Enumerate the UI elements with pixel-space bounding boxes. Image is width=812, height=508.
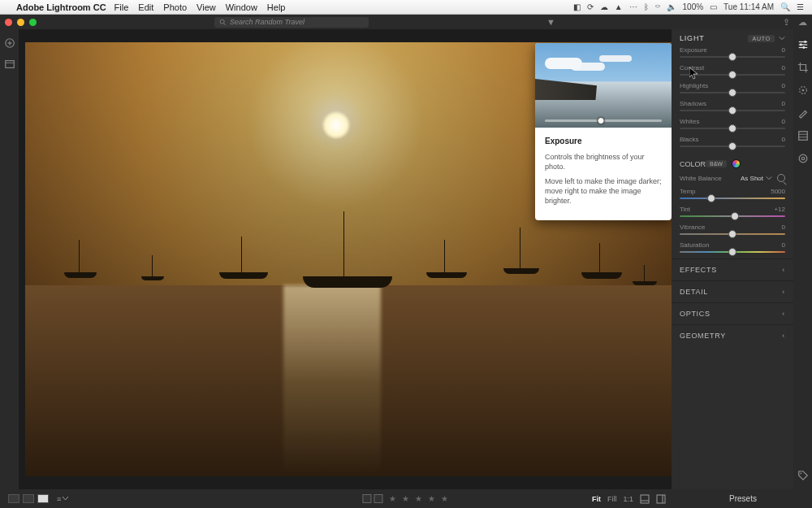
menu-help[interactable]: Help <box>267 2 286 12</box>
highlights-slider[interactable]: Highlights0 <box>672 81 793 99</box>
cloud-sync-icon[interactable]: ☁ <box>798 17 807 28</box>
bluetooth-icon[interactable]: ᛒ <box>644 2 649 11</box>
svg-point-20 <box>800 473 801 475</box>
filmstrip-toggle-icon[interactable] <box>640 494 650 504</box>
presets-button[interactable]: Presets <box>682 494 804 503</box>
menu-edit[interactable]: Edit <box>138 2 153 12</box>
grid-view-button[interactable] <box>8 494 19 503</box>
wb-value[interactable]: As Shot <box>741 175 763 182</box>
tooltip-preview <box>535 43 672 128</box>
exposure-tooltip: Exposure Controls the brightness of your… <box>535 43 672 220</box>
tint-slider[interactable]: Tint+12 <box>672 205 793 223</box>
vibrance-slider[interactable]: Vibrance0 <box>672 223 793 241</box>
blacks-value: 0 <box>782 136 785 143</box>
detail-view-button[interactable] <box>37 494 49 503</box>
flag-pick-button[interactable] <box>362 494 371 503</box>
svg-point-14 <box>801 89 804 92</box>
search-icon <box>219 19 227 26</box>
star-rating[interactable]: ★ ★ ★ ★ ★ <box>389 494 449 503</box>
notifications-icon[interactable]: ☰ <box>797 2 804 11</box>
zoom-fill[interactable]: Fill <box>607 495 617 503</box>
photo-canvas[interactable]: Exposure Controls the brightness of your… <box>25 42 672 476</box>
left-rail <box>0 29 19 489</box>
menu-file[interactable]: File <box>114 2 129 12</box>
highlights-value: 0 <box>782 82 785 89</box>
svg-point-19 <box>801 157 805 160</box>
info-toggle-icon[interactable] <box>656 494 666 504</box>
white-balance-row[interactable]: White Balance As Shot <box>672 172 793 187</box>
exposure-slider[interactable]: Exposure0 <box>672 46 793 63</box>
zoom-1to1[interactable]: 1:1 <box>623 495 633 503</box>
menu-photo[interactable]: Photo <box>163 2 187 12</box>
menu-view[interactable]: View <box>197 2 216 12</box>
svg-rect-15 <box>798 132 807 141</box>
svg-point-0 <box>220 20 224 24</box>
exposure-label: Exposure <box>680 46 707 54</box>
color-mixer-icon[interactable] <box>732 159 741 168</box>
svg-point-10 <box>804 41 806 43</box>
menu-window[interactable]: Window <box>226 2 257 12</box>
filter-icon[interactable]: ▼ <box>546 17 555 28</box>
my-photos-icon[interactable] <box>4 59 15 70</box>
status-icon: ▲ <box>615 2 623 11</box>
chevron-down-icon <box>766 175 772 181</box>
svg-point-11 <box>799 44 801 46</box>
brush-icon[interactable] <box>797 107 809 119</box>
minimize-window-button[interactable] <box>17 19 24 26</box>
blacks-slider[interactable]: Blacks0 <box>672 135 793 153</box>
whites-slider[interactable]: Whites0 <box>672 117 793 135</box>
auto-button[interactable]: AUTO <box>748 35 775 42</box>
wifi-icon[interactable]: ⌔ <box>655 2 660 11</box>
blacks-label: Blacks <box>680 136 699 143</box>
vibrance-value: 0 <box>782 224 785 231</box>
share-icon[interactable]: ⇪ <box>783 17 790 28</box>
right-tool-rail <box>793 29 812 489</box>
tooltip-text-2: Move left to make the image darker; move… <box>545 176 662 206</box>
saturation-label: Saturation <box>680 241 709 249</box>
app-name[interactable]: Adobe Lightroom CC <box>16 2 106 12</box>
fullscreen-window-button[interactable] <box>29 19 37 26</box>
search-placeholder: Search Random Travel <box>230 18 304 26</box>
light-section-header[interactable]: LIGHT AUTO <box>672 29 793 46</box>
edit-sliders-icon[interactable] <box>797 39 809 50</box>
status-icon: ☁ <box>600 2 608 11</box>
shadows-slider[interactable]: Shadows0 <box>672 99 793 117</box>
vibrance-label: Vibrance <box>680 224 705 231</box>
bw-toggle[interactable]: B&W <box>706 160 727 167</box>
linear-gradient-icon[interactable] <box>797 130 809 141</box>
svg-rect-5 <box>5 61 14 68</box>
saturation-slider[interactable]: Saturation0 <box>672 241 793 258</box>
detail-section[interactable]: DETAIL‹ <box>672 280 793 302</box>
light-title: LIGHT <box>680 34 705 42</box>
sort-button[interactable]: ≡ <box>57 495 68 503</box>
search-input[interactable]: Search Random Travel <box>214 17 369 28</box>
color-section-header[interactable]: COLOR B&W <box>672 153 793 172</box>
mac-menubar: Adobe Lightroom CC File Edit Photo View … <box>0 0 812 15</box>
geometry-section[interactable]: GEOMETRY‹ <box>672 324 793 346</box>
clock[interactable]: Tue 11:14 AM <box>723 2 774 11</box>
optics-section[interactable]: OPTICS‹ <box>672 302 793 324</box>
add-photos-icon[interactable] <box>4 37 15 49</box>
tooltip-preview-slider[interactable] <box>545 119 662 122</box>
contrast-slider[interactable]: Contrast0 <box>672 63 793 81</box>
crop-icon[interactable] <box>797 62 809 73</box>
healing-brush-icon[interactable] <box>797 85 809 96</box>
wb-eyedropper-icon[interactable] <box>777 174 785 182</box>
status-icon: ⟳ <box>587 2 594 11</box>
spotlight-icon[interactable]: 🔍 <box>780 2 790 11</box>
temp-value: 5000 <box>771 188 785 195</box>
tint-label: Tint <box>680 206 690 213</box>
zoom-fit[interactable]: Fit <box>592 495 601 503</box>
effects-section[interactable]: EFFECTS‹ <box>672 258 793 280</box>
volume-icon[interactable]: 🔈 <box>667 2 676 11</box>
keywords-icon[interactable] <box>797 470 809 481</box>
radial-gradient-icon[interactable] <box>797 153 809 164</box>
tooltip-title: Exposure <box>545 136 662 147</box>
svg-point-12 <box>802 46 805 49</box>
battery-icon: ▭ <box>710 2 717 11</box>
temp-slider[interactable]: Temp5000 <box>672 187 793 205</box>
close-window-button[interactable] <box>5 19 12 26</box>
saturation-value: 0 <box>782 241 785 249</box>
flag-reject-button[interactable] <box>374 494 382 503</box>
square-grid-button[interactable] <box>23 494 34 503</box>
